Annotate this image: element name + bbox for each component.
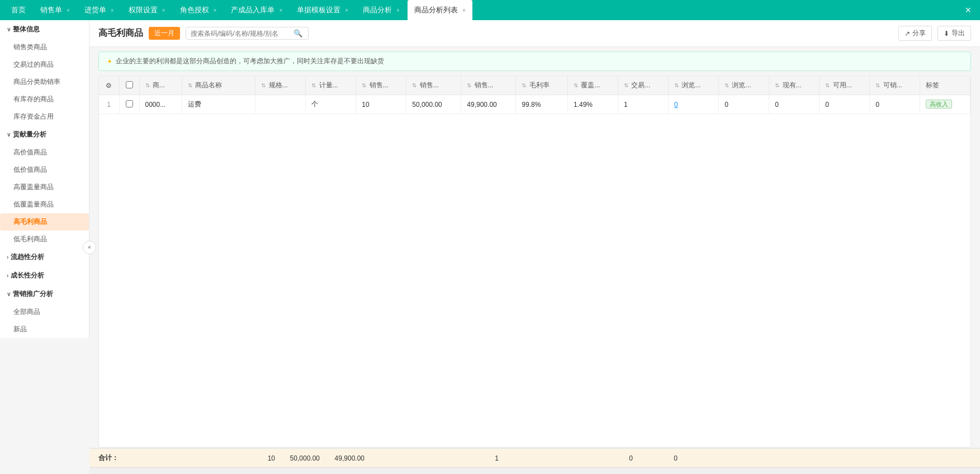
sidebar-collapse-button[interactable]: « [83, 241, 96, 254]
sidebar-section-growth[interactable]: › 成长性分析 [0, 266, 89, 285]
cell-name: 运费 [182, 95, 255, 114]
content-area: 高毛利商品 近一月 🔍 ↗ 分享 ⬇ 导出 ✦ 企业的主要的利润都是这部分商品创… [89, 20, 980, 474]
sidebar-section-marketing[interactable]: ∨ 营销推广分析 [0, 285, 89, 303]
search-input[interactable] [191, 30, 291, 37]
close-product-analysis-tab-icon[interactable]: × [396, 7, 400, 13]
sort-icon-current-stock: ⇅ [775, 82, 779, 88]
sidebar-section-overall[interactable]: ∨ 整体信息 [0, 20, 89, 39]
product-table: ⚙ ⇅ 商... ⇅ 商品名称 [99, 76, 970, 114]
footer-sales-cost: 49,900.00 [325, 454, 370, 462]
footer-label: 合计： [98, 453, 119, 463]
search-box: 🔍 [186, 27, 309, 40]
page-title: 高毛利商品 [98, 27, 143, 39]
table-header-row: ⚙ ⇅ 商... ⇅ 商品名称 [99, 76, 970, 95]
info-banner: ✦ 企业的主要的利润都是这部分商品创造的，可考虑加大推广，同时关注库存是不要出现… [98, 51, 971, 71]
sort-icon-unit: ⇅ [311, 82, 316, 88]
cell-current-stock: 0 [769, 95, 820, 114]
col-views2[interactable]: ⇅ 浏览... [719, 76, 769, 95]
close-product-inbound-tab-icon[interactable]: × [279, 7, 282, 13]
col-current-stock[interactable]: ⇅ 现有... [769, 76, 820, 95]
sidebar-section-trend[interactable]: › 流趋性分析 [0, 248, 89, 266]
search-icon[interactable]: 🔍 [293, 29, 302, 37]
content-header: 高毛利商品 近一月 🔍 ↗ 分享 ⬇ 导出 [89, 20, 980, 47]
col-sales-cost[interactable]: ⇅ 销售... [461, 76, 516, 95]
sidebar-section-contribution[interactable]: ∨ 贡献量分析 [0, 125, 89, 144]
sort-icon-views1: ⇅ [674, 82, 679, 88]
sort-icon-sales-qty: ⇅ [362, 82, 366, 88]
close-template-tab-icon[interactable]: × [345, 7, 348, 13]
sidebar-item-low-margin[interactable]: 低毛利商品 [0, 231, 89, 248]
sidebar-item-new-products[interactable]: 新品 [0, 321, 89, 338]
col-coverage[interactable]: ⇅ 覆盖... [567, 76, 618, 95]
close-all-tabs-button[interactable]: × [960, 4, 976, 16]
col-views1[interactable]: ⇅ 浏览... [669, 76, 719, 95]
sidebar-item-high-coverage[interactable]: 高覆盖量商品 [0, 179, 89, 196]
sidebar-item-stock-capital[interactable]: 库存资金占用 [0, 108, 89, 125]
arrow-icon-growth: › [7, 273, 8, 279]
footer-sales-amount: 50,000.00 [281, 454, 325, 462]
col-spec[interactable]: ⇅ 规格... [255, 76, 306, 95]
cell-available: 0 [820, 95, 870, 114]
cell-sales-cost: 49,900.00 [461, 95, 516, 114]
col-sales-amount[interactable]: ⇅ 销售... [406, 76, 461, 95]
close-role-tab-icon[interactable]: × [214, 7, 217, 13]
sidebar-item-all-goods[interactable]: 全部商品 [0, 303, 89, 321]
sidebar-item-low-coverage[interactable]: 低覆盖量商品 [0, 196, 89, 213]
sort-icon-gross-margin: ⇅ [522, 82, 526, 88]
nav-item-purchase[interactable]: 进货单 × [78, 0, 121, 20]
sort-icon-available: ⇅ [825, 82, 830, 88]
nav-item-role[interactable]: 角色授权 × [173, 0, 224, 20]
sidebar-item-stocked-goods[interactable]: 有库存的商品 [0, 91, 89, 108]
col-checkbox [119, 76, 139, 95]
cell-tag: 高收入 [920, 95, 970, 114]
footer-transaction: 1 [460, 454, 504, 462]
cell-code: 0000... [139, 95, 182, 114]
sidebar-item-high-value[interactable]: 高价值商品 [0, 144, 89, 161]
col-sales-qty[interactable]: ⇅ 销售... [356, 76, 406, 95]
cell-unit: 个 [306, 95, 356, 114]
col-gross-margin[interactable]: ⇅ 毛利率 [516, 76, 568, 95]
cell-saleable: 0 [870, 95, 920, 114]
close-purchase-tab-icon[interactable]: × [111, 7, 114, 13]
nav-item-template[interactable]: 单据模板设置 × [290, 0, 355, 20]
nav-item-permission[interactable]: 权限设置 × [122, 0, 172, 20]
filter-recent-month-button[interactable]: 近一月 [149, 27, 180, 40]
row-index: 1 [99, 95, 119, 114]
close-sales-tab-icon[interactable]: × [67, 7, 70, 13]
nav-item-sales[interactable]: 销售单 × [34, 0, 77, 20]
close-product-analysis-list-tab-icon[interactable]: × [462, 7, 466, 13]
footer-current-stock: 0 [594, 454, 638, 462]
col-code[interactable]: ⇅ 商... [139, 76, 182, 95]
col-settings[interactable]: ⚙ [99, 76, 119, 95]
nav-item-product-analysis[interactable]: 商品分析 × [356, 0, 406, 20]
nav-item-home[interactable]: 首页 [4, 0, 32, 20]
share-button[interactable]: ↗ 分享 [898, 26, 932, 41]
sidebar-item-category-rate[interactable]: 商品分类助销率 [0, 73, 89, 91]
nav-item-product-analysis-list[interactable]: 商品分析列表 × [408, 0, 472, 20]
col-saleable[interactable]: ⇅ 可销... [870, 76, 920, 95]
sidebar-item-traded-goods[interactable]: 交易过的商品 [0, 56, 89, 73]
select-all-checkbox[interactable] [126, 81, 133, 88]
col-transaction[interactable]: ⇅ 交易... [618, 76, 669, 95]
col-available[interactable]: ⇅ 可用... [820, 76, 870, 95]
horizontal-scrollbar[interactable] [89, 467, 980, 474]
sidebar-wrapper: ∨ 整体信息 销售类商品 交易过的商品 商品分类助销率 有库存的商品 库存资金占… [0, 20, 89, 474]
sidebar-item-sales-goods[interactable]: 销售类商品 [0, 39, 89, 56]
table-wrapper: ⚙ ⇅ 商... ⇅ 商品名称 [98, 76, 971, 448]
export-button[interactable]: ⬇ 导出 [938, 26, 971, 41]
cell-views1[interactable]: 0 [669, 95, 719, 114]
col-unit[interactable]: ⇅ 计量... [306, 76, 356, 95]
main-layout: ∨ 整体信息 销售类商品 交易过的商品 商品分类助销率 有库存的商品 库存资金占… [0, 20, 980, 474]
nav-item-product-inbound[interactable]: 产成品入库单 × [224, 0, 289, 20]
sort-icon-sales-amount: ⇅ [412, 82, 416, 88]
cell-sales-amount: 50,000.00 [406, 95, 461, 114]
row-checkbox[interactable] [126, 100, 133, 107]
sidebar-item-low-value[interactable]: 低价值商品 [0, 161, 89, 179]
close-permission-tab-icon[interactable]: × [162, 7, 165, 13]
col-name[interactable]: ⇅ 商品名称 [182, 76, 255, 95]
cell-gross-margin: 99.8% [516, 95, 568, 114]
settings-icon: ⚙ [106, 82, 112, 90]
sidebar-item-high-margin[interactable]: 高毛利商品 [0, 213, 89, 231]
tip-icon: ✦ [107, 58, 112, 65]
share-icon: ↗ [905, 30, 910, 37]
